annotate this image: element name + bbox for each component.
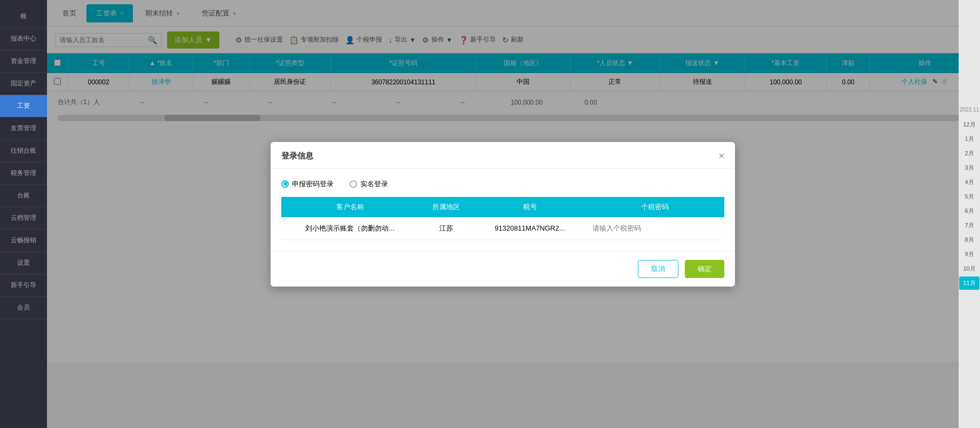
calendar-month-6[interactable]: 6月	[959, 204, 979, 218]
calendar-month-12[interactable]: 12月	[959, 118, 979, 131]
dialog-cell-tax-password[interactable]	[586, 217, 724, 240]
confirm-button[interactable]: 确定	[685, 260, 724, 278]
sidebar: 账 报表中心 资金管理 固定资产 工资 发票管理 往销台账 税务管理 台账 云档…	[0, 0, 47, 428]
radio-password-icon	[281, 180, 289, 188]
dialog-table-row: 刘小艳演示账套（勿删勿动... 江苏 91320811MA7NGR2...	[281, 217, 724, 240]
radio-option-password[interactable]: 申报密码登录	[281, 179, 334, 189]
radio-option-realname[interactable]: 实名登录	[350, 179, 388, 189]
calendar-month-2[interactable]: 2月	[959, 147, 979, 160]
sidebar-item-huiyuan[interactable]: 会员	[0, 297, 47, 319]
calendar-month-4[interactable]: 4月	[959, 176, 979, 189]
radio-group: 申报密码登录 实名登录	[281, 179, 724, 189]
sidebar-item-taizhang[interactable]: 台账	[0, 185, 47, 207]
dialog-col-client-name: 客户名称	[281, 197, 419, 217]
dialog-cell-region: 江苏	[419, 217, 474, 240]
dialog-client-table: 客户名称 所属地区 税号 个税密码 刘小艳演示账套（勿删勿动... 江苏 913…	[281, 197, 724, 240]
cancel-button[interactable]: 取消	[638, 260, 678, 278]
dialog-title: 登录信息	[281, 151, 313, 161]
sidebar-item-yunbao[interactable]: 云畅报销	[0, 229, 47, 252]
sidebar-item-fapiao[interactable]: 发票管理	[0, 117, 47, 140]
calendar-month-8[interactable]: 8月	[959, 233, 979, 247]
sidebar-item-baobiao[interactable]: 报表中心	[0, 28, 47, 50]
dialog-col-tax-id: 税号	[473, 197, 586, 217]
dialog-body: 申报密码登录 实名登录 客户名称 所属地区 税号 个税密码	[271, 169, 735, 251]
dialog-col-region: 所属地区	[419, 197, 474, 217]
right-calendar-panel: 2023.11 12月 1月 2月 3月 4月 5月 6月 7月 8月 9月 1…	[959, 0, 980, 428]
calendar-month-1[interactable]: 1月	[959, 132, 979, 146]
sidebar-item-shezhi[interactable]: 设置	[0, 252, 47, 274]
calendar-month-3[interactable]: 3月	[959, 161, 979, 175]
sidebar-item-zijin[interactable]: 资金管理	[0, 50, 47, 73]
radio-realname-icon	[350, 180, 357, 188]
dialog-overlay: 登录信息 × 申报密码登录 实名登录 客户名称 所属	[47, 0, 959, 428]
calendar-month-5[interactable]: 5月	[959, 190, 979, 203]
calendar-year: 2023.11	[960, 107, 979, 113]
sidebar-item-wangxiao[interactable]: 往销台账	[0, 140, 47, 162]
sidebar-item-yundang[interactable]: 云档管理	[0, 207, 47, 229]
calendar-month-10[interactable]: 10月	[959, 262, 979, 275]
dialog-close-icon[interactable]: ×	[718, 150, 724, 162]
tax-password-input[interactable]	[592, 224, 718, 232]
sidebar-item-zhanghu[interactable]: 账	[0, 5, 47, 28]
dialog-col-tax-password: 个税密码	[586, 197, 724, 217]
dialog-cell-client-name: 刘小艳演示账套（勿删勿动...	[281, 217, 419, 240]
sidebar-item-guding[interactable]: 固定资产	[0, 73, 47, 95]
login-dialog: 登录信息 × 申报密码登录 实名登录 客户名称 所属	[271, 142, 735, 287]
sidebar-item-xinshou[interactable]: 新手引导	[0, 274, 47, 297]
calendar-month-9[interactable]: 9月	[959, 248, 979, 261]
sidebar-item-gongzi[interactable]: 工资	[0, 95, 47, 117]
calendar-month-7[interactable]: 7月	[959, 219, 979, 232]
dialog-footer: 取消 确定	[271, 251, 735, 287]
dialog-cell-tax-id: 91320811MA7NGR2...	[473, 217, 586, 240]
dialog-header: 登录信息 ×	[271, 142, 735, 169]
sidebar-item-shuiwu[interactable]: 税务管理	[0, 162, 47, 185]
calendar-month-11-current[interactable]: 11月	[959, 276, 979, 290]
